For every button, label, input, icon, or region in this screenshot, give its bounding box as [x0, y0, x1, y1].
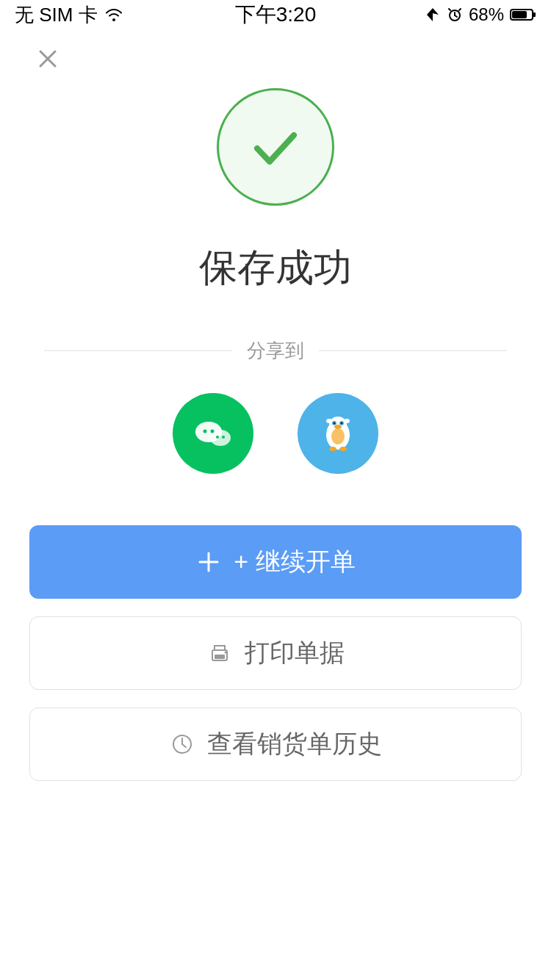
- svg-point-18: [333, 422, 335, 424]
- svg-point-30: [225, 652, 227, 654]
- success-icon-circle: [217, 88, 334, 206]
- qq-share-button[interactable]: [298, 393, 378, 474]
- svg-point-13: [222, 436, 225, 439]
- svg-point-10: [203, 429, 206, 433]
- success-title: 保存成功: [199, 242, 352, 294]
- svg-point-19: [340, 422, 342, 424]
- battery-percent: 68%: [469, 4, 504, 25]
- svg-point-22: [329, 447, 336, 451]
- svg-point-24: [326, 419, 332, 423]
- status-bar-time: 下午3:20: [235, 1, 317, 29]
- history-label: 查看销货单历史: [207, 727, 382, 761]
- sim-label: 无 SIM 卡: [15, 2, 98, 28]
- continue-button[interactable]: + 继续开单: [29, 525, 522, 599]
- wifi-icon: [104, 7, 124, 22]
- history-button[interactable]: 查看销货单历史: [29, 707, 522, 781]
- divider-line-left: [44, 350, 232, 351]
- main-content: 保存成功 分享到: [0, 29, 551, 781]
- svg-rect-4: [533, 12, 536, 17]
- plus-icon: [195, 549, 222, 575]
- divider-line-right: [319, 350, 507, 351]
- battery-body-icon: [510, 7, 536, 22]
- print-icon: [206, 640, 233, 666]
- continue-label: + 继续开单: [234, 545, 355, 579]
- svg-rect-29: [215, 655, 225, 659]
- svg-point-25: [344, 419, 350, 423]
- history-icon: [169, 731, 195, 757]
- location-icon: [425, 7, 441, 23]
- qq-icon: [314, 410, 362, 458]
- checkmark-icon: [246, 118, 305, 176]
- wechat-icon: [190, 410, 237, 458]
- svg-line-2: [455, 15, 457, 17]
- svg-point-21: [331, 428, 345, 444]
- share-icons: [173, 393, 378, 474]
- wechat-share-button[interactable]: [173, 393, 253, 474]
- share-divider: 分享到: [0, 338, 551, 364]
- print-label: 打印单据: [245, 636, 345, 670]
- status-bar-left: 无 SIM 卡: [15, 2, 124, 28]
- print-button[interactable]: 打印单据: [29, 616, 522, 690]
- alarm-icon: [447, 7, 463, 23]
- status-bar-right: 68%: [425, 4, 536, 25]
- status-bar: 无 SIM 卡 下午3:20 68%: [0, 0, 551, 29]
- svg-point-12: [216, 436, 219, 439]
- svg-rect-5: [512, 11, 527, 18]
- actions: + 继续开单 打印单据 查看销货单历史: [0, 525, 551, 781]
- share-label: 分享到: [232, 338, 319, 364]
- close-button[interactable]: [29, 40, 66, 77]
- svg-point-11: [210, 429, 214, 433]
- svg-point-23: [339, 447, 347, 451]
